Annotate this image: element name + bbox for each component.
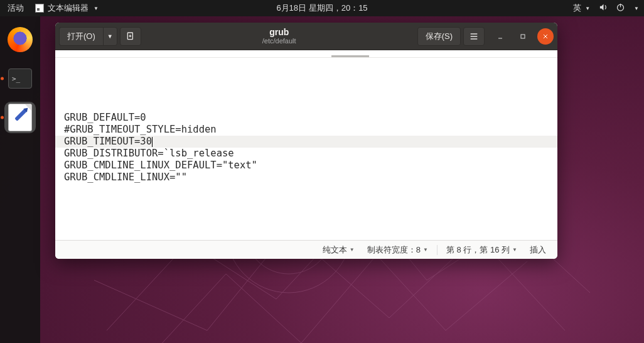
file-name: grub [144,27,415,38]
chevron-down-icon: ▼ [107,33,113,40]
running-indicator-dot [1,77,4,80]
svg-rect-12 [521,35,525,38]
text-editor-icon [8,104,32,131]
chevron-down-icon: ▼ [423,247,428,253]
dock-app-terminal[interactable]: >_ [4,63,36,94]
minimize-icon [496,33,504,40]
active-tab-indicator [331,55,369,57]
panel-clock[interactable]: 6月18日 星期四，20：15 [276,3,367,14]
text-editor-window: 打开(O) ▼ grub /etc/default 保存(S) [55,23,557,259]
text-caret [152,137,153,147]
power-icon[interactable] [616,3,625,14]
text-editor-icon [35,4,44,13]
file-path: /etc/default [144,37,415,45]
code-line-current[interactable]: GRUB_TIMEOUT=30 [55,136,557,148]
hamburger-icon [469,31,479,41]
tab-width-label: 制表符宽度：8 [367,244,421,256]
code-line[interactable]: GRUB_DEFAULT=0 [64,112,549,124]
tab-width-selector[interactable]: 制表符宽度：8 ▼ [363,244,432,256]
dock-app-text-editor[interactable] [4,102,36,133]
cursor-position[interactable]: 第 8 行，第 16 列 ▼ [443,244,521,256]
close-icon [542,33,549,40]
running-indicator-dot [1,116,4,119]
window-controls [492,28,554,45]
code-line[interactable]: GRUB_CMDLINE_LINUX="" [64,172,549,183]
code-line[interactable]: GRUB_DISTRIBUTOR=`lsb_release [64,148,549,160]
chevron-down-icon: ▼ [585,6,590,11]
code-line[interactable]: GRUB_CMDLINE_LINUX_DEFAULT="text" [64,160,549,172]
editor-area[interactable]: GRUB_DEFAULT=0 #GRUB_TIMEOUT_STYLE=hidde… [55,58,557,240]
insert-mode[interactable]: 插入 [526,244,550,256]
app-menu[interactable]: 文本编辑器 ▼ [35,3,99,14]
gnome-top-panel: 活动 文本编辑器 ▼ 6月18日 星期四，20：15 英 ▼ ▼ [0,0,644,16]
chevron-down-icon: ▼ [94,6,99,11]
status-bar: 纯文本 ▼ 制表符宽度：8 ▼ 第 8 行，第 16 列 ▼ 插入 [55,240,557,259]
chevron-down-icon: ▼ [512,247,517,253]
app-menu-label: 文本编辑器 [48,3,89,14]
ime-label: 英 [573,3,581,14]
title-area: grub /etc/default [144,27,415,46]
open-button-group: 打开(O) ▼ [59,27,117,46]
chevron-down-icon[interactable]: ▼ [634,6,639,11]
activities-button[interactable]: 活动 [5,3,26,14]
dock: >_ [0,16,40,343]
code-line[interactable]: #GRUB_TIMEOUT_STYLE=hidden [64,124,549,136]
language-selector[interactable]: 纯文本 ▼ [319,244,358,256]
separator [437,245,437,255]
language-label: 纯文本 [323,244,347,256]
maximize-icon [519,33,527,40]
open-recent-dropdown[interactable]: ▼ [103,27,117,46]
minimize-button[interactable] [492,28,508,45]
dock-app-firefox[interactable] [4,24,36,55]
volume-icon[interactable] [599,3,608,14]
maximize-button[interactable] [515,28,531,45]
hamburger-menu-button[interactable] [463,27,485,46]
chevron-down-icon: ▼ [350,247,355,253]
close-button[interactable] [537,28,554,45]
firefox-icon [8,27,33,52]
cursor-position-label: 第 8 行，第 16 列 [446,244,510,256]
open-button[interactable]: 打开(O) [59,27,103,46]
window-titlebar[interactable]: 打开(O) ▼ grub /etc/default 保存(S) [55,23,557,50]
save-button[interactable]: 保存(S) [417,27,461,46]
new-document-icon [126,31,136,41]
terminal-icon: >_ [8,68,32,89]
tab-strip [55,50,557,58]
new-tab-button[interactable] [120,27,141,46]
input-method-indicator[interactable]: 英 ▼ [573,3,590,14]
